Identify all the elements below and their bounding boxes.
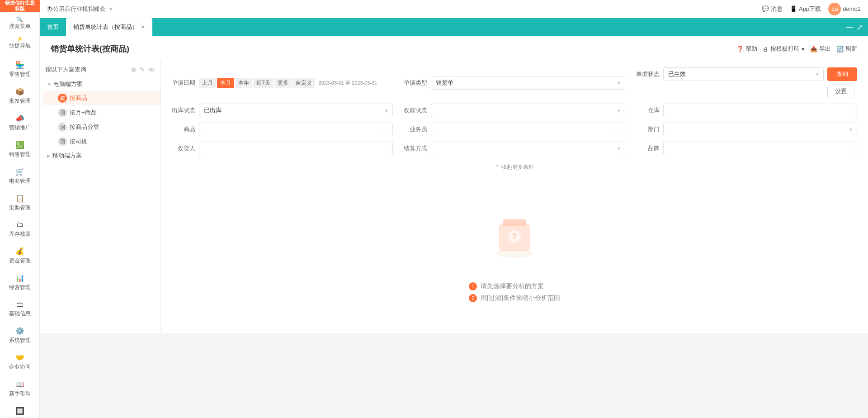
tab-close-icon[interactable]: ✕ bbox=[141, 24, 145, 30]
warehouse-status-select[interactable]: 已出库 ▾ bbox=[199, 104, 393, 117]
filter-recipient: 收货人 ··· bbox=[172, 142, 393, 155]
settings-btn[interactable]: 设置 bbox=[827, 85, 854, 98]
industry-dropdown-icon[interactable]: ▾ bbox=[109, 5, 113, 12]
by-month-product-label: 按月+商品 bbox=[70, 109, 97, 117]
tree-group-mobile: ▶ 移动端方案 bbox=[43, 149, 160, 162]
template-print-btn[interactable]: 🖨 按模板打印 ▾ bbox=[763, 45, 805, 53]
by-category-icon: 回 bbox=[58, 123, 67, 132]
filter-row-3: 商品 ··· 业务员 ··· bbox=[172, 123, 857, 136]
left-panel-title: 按以下方案查询 bbox=[45, 66, 86, 74]
tab-sales-stats[interactable]: 销货单统计表（按商品） ✕ bbox=[66, 18, 152, 36]
doc-status-label: 单据状态 bbox=[636, 70, 663, 78]
sidebar-item-guide[interactable]: 📖新手引导 bbox=[0, 375, 40, 402]
tree-item-by-month-product[interactable]: 回 按月+商品 bbox=[43, 105, 160, 120]
sidebar-item-enterprise[interactable]: 🤝企业协同 bbox=[0, 349, 40, 375]
product-dots[interactable]: ··· bbox=[383, 126, 388, 133]
tree-group-mobile-header[interactable]: ▶ 移动端方案 bbox=[43, 149, 160, 162]
date-tab-this-month[interactable]: 本月 bbox=[217, 78, 234, 88]
app-download-label: App下载 bbox=[799, 5, 821, 13]
recipient-input[interactable]: ··· bbox=[199, 142, 393, 155]
doc-type-label: 单据类型 bbox=[404, 79, 431, 87]
app-download-btn[interactable]: 📱 App下载 bbox=[790, 5, 821, 13]
by-category-label: 按商品分类 bbox=[70, 123, 99, 131]
date-tab-7days[interactable]: 近7天 bbox=[253, 78, 274, 88]
sidebar-item-retail[interactable]: 🏪零售管理 bbox=[0, 56, 40, 83]
export-icon: 📤 bbox=[810, 46, 817, 52]
brand-input[interactable]: ··· bbox=[663, 142, 857, 155]
by-product-label: 按商品 bbox=[70, 94, 87, 102]
industry-label: 办公用品行业模拟账套 bbox=[47, 5, 106, 13]
page: 销货单统计表(按商品) ❓ 帮助 🖨 按模板打印 ▾ 📤 导出 bbox=[40, 36, 868, 333]
sidebar-item-inventory[interactable]: 🗂库存核算 bbox=[0, 216, 40, 242]
edit-scheme-icon[interactable]: ✎ bbox=[139, 66, 145, 74]
search-menu[interactable]: 🔍搜索菜单 bbox=[9, 12, 31, 33]
tabbar: 首页 销货单统计表（按商品） ✕ — ⤢ bbox=[40, 18, 868, 36]
quick-nav[interactable]: ⚡快捷导航 bbox=[9, 33, 31, 52]
print-dropdown-icon: ▾ bbox=[802, 46, 805, 52]
empty-state: ? 1 请先选择要分析的方案 2 用[过滤]条件来缩小分析范围 bbox=[161, 183, 868, 333]
tab-maximize-icon[interactable]: ⤢ bbox=[857, 23, 863, 32]
sidebar-item-finance[interactable]: 💰资金管理 bbox=[0, 242, 40, 269]
brand-dots[interactable]: ··· bbox=[847, 145, 852, 152]
tree-item-by-cashier[interactable]: 回 按司机 bbox=[43, 134, 160, 149]
sidebar-item-ecommerce[interactable]: 🛒电商管理 bbox=[0, 163, 40, 190]
doc-type-select[interactable]: 销货单 ▾ bbox=[431, 76, 625, 90]
tree-group-pc: ▼ 电脑端方案 按 按商品 回 按月+商品 bbox=[43, 77, 160, 149]
filter-payment-status: 收款状态 ▾ bbox=[404, 104, 625, 117]
salesperson-input[interactable]: ··· bbox=[431, 123, 625, 136]
sidebar: 畅捷信好生意 标版 🔍搜索菜单 ⚡快捷导航 🏪零售管理 📦批发管理 📣营销推广 … bbox=[0, 0, 40, 418]
salesperson-label: 业务员 bbox=[404, 125, 431, 133]
recipient-dots[interactable]: ··· bbox=[383, 145, 388, 152]
tree-item-by-category[interactable]: 回 按商品分类 bbox=[43, 120, 160, 134]
help-label: 帮助 bbox=[745, 45, 757, 53]
left-panel: 按以下方案查询 ⊕ ✎ ≪ ▼ 电脑端方案 bbox=[40, 60, 161, 333]
message-label: 消息 bbox=[771, 5, 783, 13]
sidebar-item-sales[interactable]: 💹销售管理 bbox=[0, 136, 40, 163]
refresh-icon: 🔄 bbox=[836, 46, 844, 52]
filter-doc-status-row: 单据状态 已生效 ▾ 查询 设置 bbox=[636, 67, 857, 98]
tree-item-by-product[interactable]: 按 按商品 bbox=[43, 91, 160, 105]
sidebar-item-wholesale[interactable]: 📦批发管理 bbox=[0, 83, 40, 109]
department-select[interactable]: ▾ bbox=[663, 123, 857, 136]
warehouse-status-value: 已出库 bbox=[204, 106, 222, 114]
collapse-icon[interactable]: ≪ bbox=[148, 66, 155, 74]
filter-row-4: 收货人 ··· 结算方式 ▾ bbox=[172, 142, 857, 155]
filter-department: 部门 ▾ bbox=[636, 123, 857, 136]
sidebar-item-purchase[interactable]: 📋采购管理 bbox=[0, 190, 40, 216]
tab-minimize-icon[interactable]: — bbox=[846, 23, 853, 31]
sidebar-item-system[interactable]: ⚙️系统管理 bbox=[0, 322, 40, 349]
salesperson-dots[interactable]: ··· bbox=[615, 126, 620, 133]
tree-section: ▼ 电脑端方案 按 按商品 回 按月+商品 bbox=[40, 77, 160, 162]
help-btn[interactable]: ❓ 帮助 bbox=[736, 45, 757, 53]
tabbar-actions: — ⤢ bbox=[846, 23, 868, 32]
export-btn[interactable]: 📤 导出 bbox=[810, 45, 831, 53]
sidebar-item-apps[interactable]: 🔲应用中心 bbox=[0, 402, 40, 418]
payment-status-select[interactable]: ▾ bbox=[431, 104, 625, 117]
tree-arrow-pc: ▼ bbox=[47, 82, 52, 87]
date-tab-this-year[interactable]: 本年 bbox=[235, 78, 252, 88]
product-input[interactable]: ··· bbox=[199, 123, 393, 136]
sidebar-item-basic[interactable]: 🗃基础信息 bbox=[0, 296, 40, 322]
tree-group-pc-header[interactable]: ▼ 电脑端方案 bbox=[43, 77, 160, 91]
payment-method-select[interactable]: ▾ bbox=[431, 142, 625, 155]
product-label: 商品 bbox=[172, 125, 199, 133]
tab-home[interactable]: 首页 bbox=[40, 18, 66, 36]
date-tab-prev-month[interactable]: 上月 bbox=[199, 78, 216, 88]
doc-status-select[interactable]: 已生效 ▾ bbox=[663, 67, 824, 81]
refresh-btn[interactable]: 🔄 刷新 bbox=[836, 45, 857, 53]
department-label: 部门 bbox=[636, 125, 663, 133]
filter-salesperson: 业务员 ··· bbox=[404, 123, 625, 136]
date-tab-more[interactable]: 更多 bbox=[274, 78, 292, 88]
date-tab-custom[interactable]: 自定义 bbox=[292, 78, 315, 88]
collapse-row[interactable]: ⌃ 收起更多条件 bbox=[172, 159, 857, 176]
warehouse-input[interactable]: ··· bbox=[663, 104, 857, 117]
sidebar-item-marketing[interactable]: 📣营销推广 bbox=[0, 109, 40, 136]
sidebar-item-operations[interactable]: 📊经营管理 bbox=[0, 269, 40, 296]
warehouse-dots[interactable]: ··· bbox=[847, 107, 852, 114]
message-btn[interactable]: 💬 消息 bbox=[762, 5, 783, 13]
user-profile[interactable]: Ea demo2 bbox=[828, 3, 861, 15]
export-label: 导出 bbox=[819, 45, 831, 53]
add-scheme-icon[interactable]: ⊕ bbox=[131, 66, 137, 74]
query-btn[interactable]: 查询 bbox=[827, 67, 857, 81]
layout: 按以下方案查询 ⊕ ✎ ≪ ▼ 电脑端方案 bbox=[40, 60, 868, 333]
